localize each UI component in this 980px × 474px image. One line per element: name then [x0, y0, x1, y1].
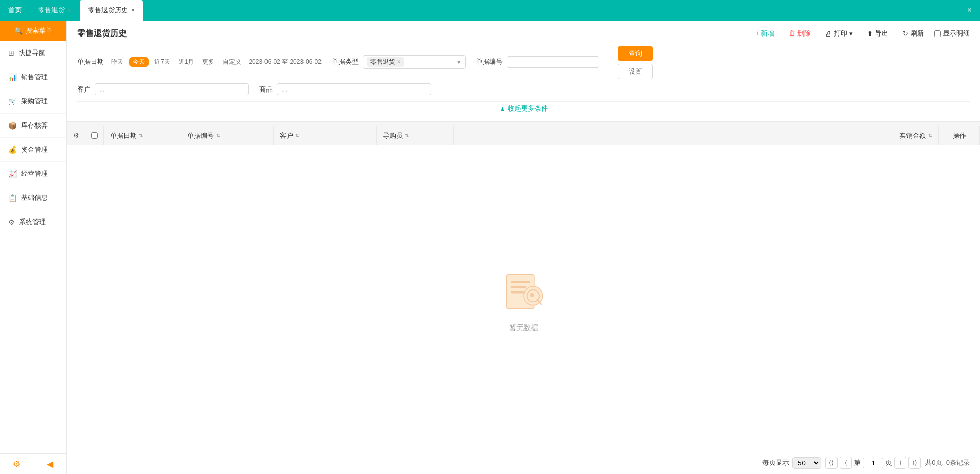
svg-point-7	[530, 293, 534, 297]
purchase-icon: 🛒	[8, 97, 17, 105]
th-guide-sort-icon: ⇅	[405, 133, 409, 138]
sidebar-item-quick-nav[interactable]: ⊞ 快捷导航	[0, 41, 66, 65]
collapse-icon: ◀	[47, 459, 53, 469]
date-btn-1month[interactable]: 近1月	[175, 57, 198, 67]
sidebar-menu: ⊞ 快捷导航 📊 销售管理 🛒 采购管理 📦 库存核算 💰 资金管理 📈	[0, 41, 66, 453]
first-page-button[interactable]: ⟨⟨	[825, 457, 838, 469]
export-icon: ⬆	[867, 30, 873, 38]
th-number[interactable]: 单据编号 ⇅	[181, 126, 274, 145]
collapse-button[interactable]: ▲ 收起更多条件	[77, 101, 970, 115]
tab-retail-return-history-label: 零售退货历史	[88, 6, 128, 15]
sidebar-item-system-label: 系统管理	[19, 217, 46, 227]
goods-filter-label: 商品	[259, 85, 273, 94]
filter-settings-button[interactable]: 设置	[618, 64, 653, 79]
sidebar-item-purchase-label: 采购管理	[21, 97, 48, 106]
page-title: 零售退货历史	[77, 28, 127, 39]
content-area: 零售退货历史 + 新增 🗑 删除 🖨 打印 ▾ ⬆ 导出 ↻	[67, 21, 980, 474]
sidebar-item-purchase[interactable]: 🛒 采购管理	[0, 89, 66, 114]
date-btn-custom[interactable]: 自定义	[220, 57, 244, 67]
th-amount-label: 实销金额	[899, 131, 926, 140]
sidebar-item-system[interactable]: ⚙ 系统管理	[0, 210, 66, 234]
sidebar-collapse-button[interactable]: ◀	[33, 454, 67, 474]
sidebar-settings-button[interactable]: ⚙	[0, 454, 33, 474]
th-guide[interactable]: 导购员 ⇅	[377, 126, 454, 145]
query-button[interactable]: 查询	[618, 46, 653, 61]
sidebar-item-operation[interactable]: 📈 经营管理	[0, 162, 66, 186]
page-size-select: 每页显示 10 20 50 100	[762, 457, 821, 469]
tab-retail-return-history-close[interactable]: ×	[131, 7, 135, 14]
tab-retail-return-history[interactable]: 零售退货历史 ×	[80, 0, 143, 21]
collapse-label: 收起更多条件	[508, 104, 548, 113]
sidebar-item-sales[interactable]: 📊 销售管理	[0, 65, 66, 89]
toolbar: + 新增 🗑 删除 🖨 打印 ▾ ⬆ 导出 ↻ 刷新	[751, 27, 970, 40]
page-size-label: 每页显示	[762, 458, 789, 467]
last-page-button[interactable]: ⟩⟩	[908, 457, 921, 469]
display-toggle[interactable]: 显示明细	[934, 29, 970, 38]
tab-retail-return[interactable]: 零售退货 ×	[30, 0, 80, 21]
goods-select[interactable]: ...	[277, 83, 431, 95]
select-all-checkbox[interactable]	[91, 132, 98, 139]
inventory-icon: 📦	[8, 121, 17, 130]
th-amount[interactable]: 实销金额 ⇅	[454, 126, 939, 145]
type-tag: 零售退货 ×	[367, 57, 404, 67]
sidebar: 🔍 搜索菜单 ⊞ 快捷导航 📊 销售管理 🛒 采购管理 📦 库存核算 💰	[0, 21, 67, 474]
export-button[interactable]: ⬆ 导出	[863, 27, 893, 40]
page-number-input[interactable]	[863, 458, 883, 468]
top-bar: 首页 零售退货 × 零售退货历史 × ×	[0, 0, 980, 21]
th-amount-sort-icon: ⇅	[928, 133, 932, 138]
date-btn-more[interactable]: 更多	[199, 57, 218, 67]
refresh-button[interactable]: ↻ 刷新	[899, 27, 928, 40]
number-input[interactable]	[507, 56, 599, 68]
close-window-button[interactable]: ×	[959, 6, 980, 15]
table-container: ⚙ 单据日期 ⇅ 单据编号 ⇅ 客户 ⇅ 导购员	[67, 126, 980, 474]
date-btn-yesterday[interactable]: 昨天	[108, 57, 127, 67]
th-action: 操作	[939, 126, 980, 145]
sidebar-item-basic[interactable]: 📋 基础信息	[0, 186, 66, 210]
th-number-label: 单据编号	[187, 131, 214, 140]
prev-page-button[interactable]: ⟨	[840, 457, 852, 469]
main-layout: 🔍 搜索菜单 ⊞ 快捷导航 📊 销售管理 🛒 采购管理 📦 库存核算 💰	[0, 21, 980, 474]
th-date[interactable]: 单据日期 ⇅	[104, 126, 181, 145]
type-tag-remove[interactable]: ×	[397, 58, 401, 65]
sidebar-item-quick-nav-label: 快捷导航	[19, 48, 45, 58]
basic-icon: 📋	[8, 194, 17, 202]
tab-home-label: 首页	[8, 6, 22, 15]
date-btn-today[interactable]: 今天	[129, 57, 149, 67]
sidebar-item-operation-label: 经营管理	[21, 169, 48, 178]
next-page-button[interactable]: ⟩	[894, 457, 906, 469]
sidebar-item-inventory[interactable]: 📦 库存核算	[0, 114, 66, 138]
date-btn-7days[interactable]: 近7天	[151, 57, 173, 67]
print-button[interactable]: 🖨 打印 ▾	[821, 27, 857, 40]
th-checkbox[interactable]	[85, 126, 104, 145]
type-filter: 单据类型 零售退货 × ▾	[332, 55, 466, 69]
query-buttons: 查询 设置	[618, 46, 653, 79]
operation-icon: 📈	[8, 170, 17, 178]
quick-nav-icon: ⊞	[8, 49, 14, 57]
number-filter-label: 单据编号	[476, 57, 503, 66]
total-info: 共0页, 0条记录	[925, 458, 970, 467]
th-customer[interactable]: 客户 ⇅	[274, 126, 377, 145]
search-icon: 🔍	[14, 27, 23, 35]
th-date-sort-icon: ⇅	[139, 133, 143, 138]
th-settings[interactable]: ⚙	[67, 126, 85, 145]
sidebar-item-sales-label: 销售管理	[21, 72, 48, 82]
number-filter: 单据编号	[476, 56, 599, 68]
th-customer-sort-icon: ⇅	[295, 133, 299, 138]
display-toggle-checkbox[interactable]	[934, 30, 941, 37]
tab-home[interactable]: 首页	[0, 0, 30, 21]
sidebar-search[interactable]: 🔍 搜索菜单	[0, 21, 66, 41]
type-select[interactable]: 零售退货 × ▾	[363, 55, 466, 69]
delete-button[interactable]: 🗑 删除	[785, 27, 815, 40]
customer-filter-label: 客户	[77, 85, 91, 94]
pagination: 每页显示 10 20 50 100 ⟨⟨ ⟨ 第 页 ⟩ ⟩⟩	[67, 451, 980, 474]
page-size-dropdown[interactable]: 10 20 50 100	[792, 457, 821, 469]
sidebar-item-finance-label: 资金管理	[21, 145, 48, 154]
add-button[interactable]: + 新增	[751, 27, 778, 40]
print-icon: 🖨	[825, 30, 832, 38]
customer-select[interactable]: ...	[95, 83, 249, 95]
tab-retail-return-close[interactable]: ×	[68, 7, 72, 14]
sidebar-item-finance[interactable]: 💰 资金管理	[0, 138, 66, 162]
column-settings-icon[interactable]: ⚙	[73, 132, 79, 139]
settings-icon: ⚙	[13, 459, 20, 469]
date-filter-label: 单据日期	[77, 57, 104, 66]
